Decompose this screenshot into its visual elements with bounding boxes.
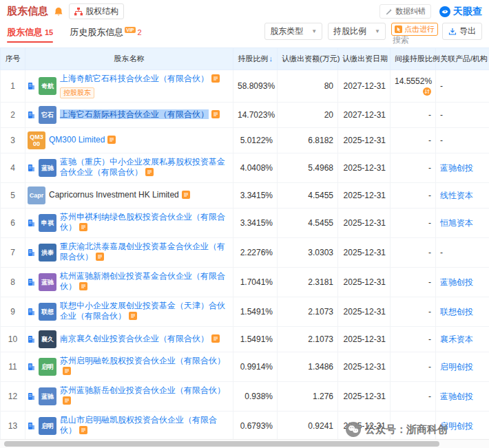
report-icon[interactable] [107,136,116,147]
related-org-link: - [440,136,443,145]
ratio-cell: 14.7023% [233,103,278,128]
company-building-icon[interactable] [28,248,35,257]
related-org-link[interactable]: 蓝驰创投 [440,277,473,287]
sort-desc-icon[interactable]: ↓ [269,54,273,63]
company-name-link[interactable]: 苏州蓝驰新岳创业投资合伙企业（有限合伙） [60,385,225,395]
company-building-icon[interactable] [28,392,35,401]
related-org-link[interactable]: 蓝驰创投 [440,392,473,401]
company-name-link[interactable]: 蓝驰（重庆）中小企业发展私募股权投资基金合伙企业（有限合伙） [60,157,225,177]
horizontal-scrollbar[interactable] [0,439,489,448]
report-icon[interactable] [211,74,220,85]
company-logo[interactable]: 蓝驰 [39,159,56,177]
related-org-cell: - [436,128,489,153]
table-row: 1 奇航 上海奇航它石科技合伙企业（有限合伙） 控股股东 58.8093% 80… [1,70,489,103]
company-logo[interactable]: QM300 [28,131,45,149]
company-logo[interactable]: 襄久 [39,330,56,348]
export-button[interactable]: 导出 [442,23,482,40]
company-logo[interactable]: 申祺 [39,214,56,232]
vip-badge: VIP [125,27,135,33]
report-icon[interactable] [145,168,154,179]
tab-shareholder-info[interactable]: 股东信息15 [7,26,53,45]
company-logo[interactable]: 联想 [39,303,56,321]
company-name-link[interactable]: 上海它石新际科技合伙企业（有限合伙） [60,109,209,119]
chevron-down-icon: ▼ [311,28,317,34]
shareholder-type-filter[interactable]: 股东类型▼ [264,23,322,40]
company-name-link[interactable]: QM300 Limited [49,135,105,145]
company-building-icon[interactable] [28,164,35,172]
ratio-filter[interactable]: 持股比例▼ [328,23,386,40]
company-name-link[interactable]: 联想中小企业发展创业投资基金（天津）合伙企业（有限合伙） [60,301,225,321]
topbar-right: 数据纠错 天眼查 [379,4,482,19]
equity-penetration-icon[interactable] [423,87,431,96]
col-amount: 认缴出资额(万元) [278,48,338,70]
indirect-ratio-value: - [428,163,431,173]
company-building-icon[interactable] [28,82,35,90]
indirect-ratio-value: - [428,191,431,200]
company-building-icon[interactable] [28,422,35,430]
amount-cell: 3.0303 [278,238,338,268]
related-org-link[interactable]: 联想创投 [440,307,473,317]
related-org-cell: 襄禾资本 [436,327,489,352]
company-name-link[interactable]: 南京襄久创业投资合伙企业（有限合伙） [60,334,209,343]
scrollbar-thumb[interactable] [4,441,439,447]
company-logo[interactable]: 它石 [39,106,56,124]
company-name-link[interactable]: 重庆渝北洪泰嘉晟创业投资基金合伙企业（有限合伙） [60,242,225,262]
report-icon[interactable] [182,191,190,202]
data-correction-label: 数据纠错 [395,6,426,17]
company-logo[interactable]: 蓝驰 [39,273,56,291]
company-name-link[interactable]: 苏州启明融乾股权投资合伙企业（有限合伙） [60,356,225,365]
table-row: 6 申祺 苏州申祺利纳绿色股权投资合伙企业（有限合伙） 3.3415% 4.54… [1,209,489,238]
company-logo[interactable]: 启明 [39,417,56,435]
related-org-link[interactable]: 线性资本 [440,191,473,200]
table-row: 7 洪泰 重庆渝北洪泰嘉晟创业投资基金合伙企业（有限合伙） 2.2276% 3.… [1,238,489,268]
report-icon[interactable] [211,334,220,345]
company-name-block: 联想中小企业发展创业投资基金（天津）合伙企业（有限合伙） [60,301,230,323]
report-icon[interactable] [211,110,220,121]
date-cell: 2027-12-31 [338,103,391,128]
company-building-icon[interactable] [28,335,35,343]
monitor-bell-icon[interactable] [54,7,63,17]
related-org-link[interactable]: 蓝驰创投 [440,163,473,173]
report-icon[interactable] [79,282,87,293]
report-icon[interactable] [63,367,71,378]
company-building-icon[interactable] [28,363,35,371]
indirect-ratio-value: - [428,392,431,401]
tianyancha-logo[interactable]: 天眼查 [439,6,482,18]
report-icon[interactable] [63,396,71,407]
report-icon[interactable] [79,223,87,234]
company-logo[interactable]: 洪泰 [39,244,56,262]
related-org-cell: 恒旭资本 [436,209,489,238]
company-building-icon[interactable] [28,278,35,286]
company-logo[interactable]: 蓝驰 [39,387,56,405]
cursor-icon [395,25,402,33]
table-controls: 股东类型▼ 持股比例▼ 点击进行 导出 [264,22,482,46]
report-icon[interactable] [79,426,87,437]
related-org-link[interactable]: 襄禾资本 [440,334,473,344]
shareholder-name-cell: 洪泰 重庆渝北洪泰嘉晟创业投资基金合伙企业（有限合伙） [25,238,233,268]
related-org-link: - [440,248,443,257]
company-logo[interactable]: 启明 [39,358,56,376]
report-icon[interactable] [96,253,104,264]
company-building-icon[interactable] [28,219,35,227]
company-name-link[interactable]: Capricornus Investment HK Limited [49,190,179,200]
tab-history-shareholder-info[interactable]: 历史股东信息VIP2 [70,26,141,45]
data-correction-button[interactable]: 数据纠错 [379,4,431,19]
related-org-link[interactable]: 恒旭资本 [440,218,473,228]
company-building-icon[interactable] [28,308,35,316]
shareholder-type-filter-label: 股东类型 [270,25,303,37]
shareholder-name-cell: QM300 QM300 Limited [25,128,233,153]
indirect-ratio-value: - [428,248,431,257]
col-ratio[interactable]: 持股比例↓ [233,48,278,70]
company-logo[interactable]: 奇航 [39,77,56,95]
tab-shareholder-info-count: 15 [45,28,53,36]
equity-structure-button[interactable]: 股权结构 [69,3,124,19]
col-no: 序号 [1,48,25,70]
company-building-icon[interactable] [28,111,35,119]
report-icon[interactable] [129,312,137,323]
shareholder-name-cell: 蓝驰 苏州蓝驰新岳创业投资合伙企业（有限合伙） [25,382,233,412]
related-org-link[interactable]: 启明创投 [440,362,473,372]
company-name-link[interactable]: 上海奇航它石科技合伙企业（有限合伙） [60,74,209,83]
company-logo[interactable]: Capr [28,186,45,204]
export-label: 导出 [459,25,476,37]
row-index: 8 [1,268,25,297]
